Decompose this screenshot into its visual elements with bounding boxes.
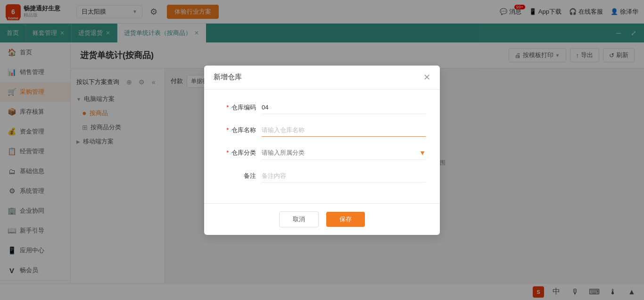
name-label: * 仓库名称: [218, 126, 256, 134]
modal-close-btn[interactable]: ✕: [423, 72, 430, 83]
modal-header: 新增仓库 ✕: [204, 66, 440, 90]
code-required: *: [226, 104, 229, 111]
form-row-code: * 仓库编码: [218, 101, 426, 114]
category-input[interactable]: [262, 149, 419, 156]
modal-title: 新增仓库: [214, 73, 242, 82]
category-required: *: [226, 149, 229, 156]
modal-dialog: 新增仓库 ✕ * 仓库编码 * 仓库名称: [204, 66, 440, 235]
form-row-name: * 仓库名称: [218, 124, 426, 137]
cancel-button[interactable]: 取消: [279, 211, 319, 227]
name-required: *: [226, 126, 229, 133]
category-select[interactable]: ▼: [262, 146, 426, 160]
save-button[interactable]: 保存: [326, 212, 365, 227]
name-input[interactable]: [262, 124, 426, 137]
remark-input[interactable]: [262, 169, 426, 183]
modal-overlay: 新增仓库 ✕ * 仓库编码 * 仓库名称: [0, 0, 644, 300]
code-input[interactable]: [262, 101, 426, 114]
form-row-category: * 仓库分类 ▼: [218, 146, 426, 160]
remark-label: 备注: [218, 172, 256, 180]
modal-body: * 仓库编码 * 仓库名称 * 仓库分类: [204, 90, 440, 203]
form-row-remark: 备注: [218, 169, 426, 183]
modal-footer: 取消 保存: [204, 203, 440, 235]
category-arrow: ▼: [419, 149, 426, 157]
code-label: * 仓库编码: [218, 103, 256, 112]
category-label: * 仓库分类: [218, 149, 256, 157]
